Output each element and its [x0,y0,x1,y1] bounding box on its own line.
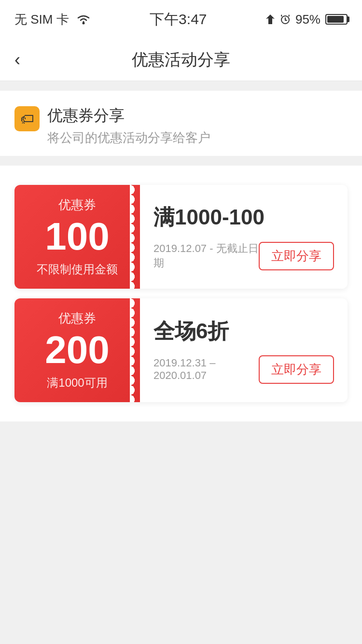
section-subtitle: 将公司的优惠活动分享给客户 [47,129,210,146]
empty-area [0,421,362,644]
coupon-left-2: 优惠券 200 满1000可用 [14,298,140,402]
nav-title: 优惠活动分享 [132,49,230,71]
carrier-text: 无 SIM 卡 [14,11,69,28]
coupon-amount-2: 200 [45,331,109,369]
location-icon [265,14,275,25]
coupon-type-2: 优惠券 [58,310,96,327]
nav-bar: ‹ 优惠活动分享 [0,39,362,81]
section-text-group: 优惠券分享 将公司的优惠活动分享给客户 [47,105,210,146]
svg-point-0 [82,22,84,25]
share-button-2[interactable]: 立即分享 [259,355,334,384]
coupon-date-2: 2019.12.31 – 2020.01.07 [153,357,259,382]
section-header: 🏷 优惠券分享 将公司的优惠活动分享给客户 [0,91,362,156]
back-button[interactable]: ‹ [14,50,20,70]
wifi-icon [76,14,91,25]
coupon-left-1: 优惠券 100 不限制使用金额 [14,185,140,289]
status-right: 95% [265,12,348,27]
battery-fill [327,16,344,23]
status-bar: 无 SIM 卡 下午3:47 95% [0,0,362,39]
coupon-meta-row-2: 2019.12.31 – 2020.01.07 立即分享 [153,355,334,384]
section-icon: 🏷 [14,106,40,131]
coupon-right-1: 满1000-100 2019.12.07 - 无截止日期 立即分享 [140,185,348,289]
coupons-list: 优惠券 100 不限制使用金额 满1000-100 2019.12.07 - 无… [0,166,362,421]
battery-percent: 95% [295,12,320,27]
section-icon-emoji: 🏷 [20,111,34,127]
coupon-type-1: 优惠券 [58,196,96,213]
coupon-name-2: 全场6折 [153,317,334,346]
coupon-condition-2: 满1000可用 [47,375,107,391]
alarm-icon [280,14,291,25]
coupon-card-1: 优惠券 100 不限制使用金额 满1000-100 2019.12.07 - 无… [14,185,348,289]
section-title: 优惠券分享 [47,105,210,126]
battery-icon [325,14,348,25]
coupon-date-1: 2019.12.07 - 无截止日期 [153,241,259,270]
coupon-card-2: 优惠券 200 满1000可用 全场6折 2019.12.31 – 2020.0… [14,298,348,402]
coupon-name-1: 满1000-100 [153,203,334,232]
coupon-condition-1: 不限制使用金额 [37,262,118,277]
coupon-meta-row-1: 2019.12.07 - 无截止日期 立即分享 [153,241,334,270]
share-button-1[interactable]: 立即分享 [259,242,334,270]
status-left: 无 SIM 卡 [14,11,91,28]
coupon-right-2: 全场6折 2019.12.31 – 2020.01.07 立即分享 [140,298,348,402]
status-time: 下午3:47 [150,10,207,29]
coupon-amount-1: 100 [45,217,109,256]
